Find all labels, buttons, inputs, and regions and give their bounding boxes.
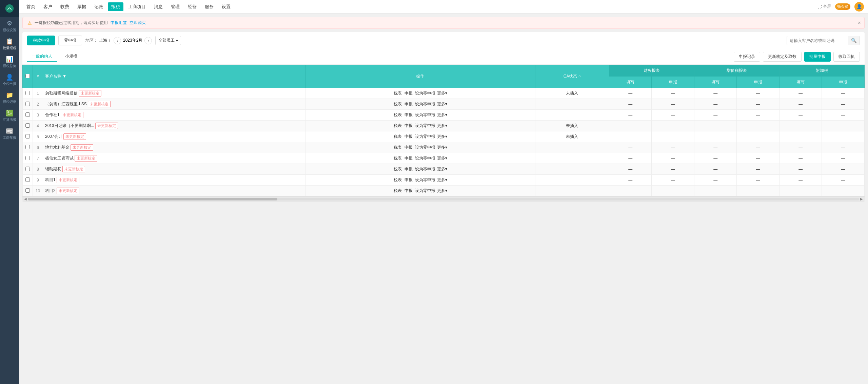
scroll-thumb[interactable] [28,198,277,200]
action-set-zero[interactable]: 设为零申报 [415,112,435,117]
info-icon[interactable]: ℹ [108,38,110,43]
action-more[interactable]: 更多▾ [437,134,447,139]
action-more[interactable]: 更多▾ [437,123,447,128]
action-more[interactable]: 更多▾ [437,112,447,117]
main-content: ⚠ 一键报税功能已过试用期，请购买后使用 申报汇签 立即购买 × 税款申报 零申… [19,14,868,384]
annual-report-icon: 📰 [6,127,13,135]
action-declare[interactable]: 申报 [405,112,413,117]
action-set-zero[interactable]: 设为零申报 [415,91,435,95]
action-tax-table[interactable]: 税表 [394,112,402,117]
action-declare[interactable]: 申报 [405,177,413,182]
app-logo[interactable] [0,0,19,17]
action-tax-table[interactable]: 税表 [394,91,402,95]
tab-tax-declaration[interactable]: 税款申报 [27,36,55,45]
batch-declaration-btn[interactable]: 批量申报 [804,52,831,62]
action-tax-table[interactable]: 税表 [394,123,402,128]
nav-settings[interactable]: 设置 [218,2,234,11]
sidebar-item-tax-overview[interactable]: 📊 报税总览 [0,53,19,71]
action-declare[interactable]: 申报 [405,91,413,95]
nav-tax[interactable]: 报税 [108,2,123,11]
notice-link-buy[interactable]: 立即购买 [130,20,146,26]
nav-accounting[interactable]: 记账 [91,2,106,11]
action-set-zero[interactable]: 设为零申报 [415,134,435,139]
action-tax-table[interactable]: 税表 [394,188,402,193]
action-set-zero[interactable]: 设为零申报 [415,156,435,161]
sidebar-item-personal-tax[interactable]: 👤 个税申报 [0,71,19,89]
row-checkbox[interactable] [25,134,30,138]
nav-manage[interactable]: 管理 [167,2,183,11]
action-tax-table[interactable]: 税表 [394,156,402,161]
nav-client[interactable]: 客户 [40,2,56,11]
sidebar-item-tax-settings[interactable]: ⚙ 报税设置 [0,17,19,35]
action-more[interactable]: 更多▾ [437,156,447,161]
nav-home[interactable]: 首页 [23,2,39,11]
row-checkbox[interactable] [25,177,30,182]
action-more[interactable]: 更多▾ [437,145,447,150]
action-tax-table[interactable]: 税表 [394,177,402,182]
row-checkbox[interactable] [25,167,30,171]
action-tax-table[interactable]: 税表 [394,134,402,139]
collect-receipt-btn[interactable]: 收取回执 [833,52,860,62]
row-checkbox[interactable] [25,112,30,117]
action-tax-table[interactable]: 税表 [394,167,402,171]
action-set-zero[interactable]: 设为零申报 [415,167,435,171]
row-checkbox[interactable] [25,145,30,149]
vip-badge[interactable]: 畅会员 [835,3,850,10]
notice-link-summary[interactable]: 申报汇签 [111,20,127,26]
search-button[interactable]: 🔍 [848,36,860,45]
row-col-3: — [737,164,780,175]
row-checkbox[interactable] [25,102,30,106]
scroll-right-btn[interactable]: ▶ [859,197,864,201]
scroll-left-btn[interactable]: ◀ [23,197,28,201]
action-tax-table[interactable]: 税表 [394,145,402,150]
sidebar-item-tax-records[interactable]: 📁 报税记录 [0,89,19,107]
action-set-zero[interactable]: 设为零申报 [415,102,435,106]
period-prev-btn[interactable]: ‹ [114,37,121,44]
action-more[interactable]: 更多▾ [437,188,447,193]
action-declare[interactable]: 申报 [405,145,413,150]
update-quota-btn[interactable]: 更新核定及取数 [763,52,802,62]
action-set-zero[interactable]: 设为零申报 [415,145,435,150]
action-more[interactable]: 更多▾ [437,167,447,171]
sidebar-item-accounting[interactable]: 💹 汇算清缴 [0,107,19,125]
action-more[interactable]: 更多▾ [437,91,447,95]
action-set-zero[interactable]: 设为零申报 [415,177,435,182]
region-value[interactable]: 上海 [99,38,107,43]
action-declare[interactable]: 申报 [405,188,413,193]
period-next-btn[interactable]: › [144,37,152,44]
action-set-zero[interactable]: 设为零申报 [415,123,435,128]
declaration-records-btn[interactable]: 申报记录 [734,52,760,62]
row-checkbox[interactable] [25,91,30,95]
action-declare[interactable]: 申报 [405,123,413,128]
type-tab-general[interactable]: 一般的纳人 [27,52,57,62]
row-col-3: — [737,175,780,186]
nav-fee[interactable]: 收费 [57,2,73,11]
search-input[interactable] [787,37,848,45]
row-checkbox[interactable] [25,188,30,193]
action-declare[interactable]: 申报 [405,134,413,139]
user-avatar[interactable]: 👤 [854,2,864,12]
tab-zero-declaration[interactable]: 零申报 [58,36,82,45]
nav-commerce[interactable]: 工商项目 [125,2,149,11]
scroll-track[interactable] [28,198,859,200]
notice-close-btn[interactable]: × [858,20,861,26]
sidebar-item-annual-report[interactable]: 📰 工商年报 [0,125,19,143]
action-more[interactable]: 更多▾ [437,102,447,106]
nav-service[interactable]: 服务 [201,2,217,11]
select-all-checkbox[interactable] [25,74,30,78]
action-tax-table[interactable]: 税表 [394,102,402,106]
fullscreen-btn[interactable]: ⛶ 全屏 [817,4,831,9]
type-tab-small[interactable]: 小规模 [60,52,82,62]
sidebar-item-batch-tax[interactable]: 📋 批量报税 [0,35,19,53]
dept-selector[interactable]: 全部员工 ▾ [155,36,181,45]
nav-message[interactable]: 消息 [151,2,166,11]
row-checkbox[interactable] [25,123,30,128]
nav-operation[interactable]: 经营 [184,2,200,11]
action-declare[interactable]: 申报 [405,156,413,161]
action-set-zero[interactable]: 设为零申报 [415,188,435,193]
action-declare[interactable]: 申报 [405,102,413,106]
row-checkbox[interactable] [25,156,30,160]
action-declare[interactable]: 申报 [405,167,413,171]
action-more[interactable]: 更多▾ [437,177,447,182]
nav-invoice[interactable]: 票据 [74,2,90,11]
